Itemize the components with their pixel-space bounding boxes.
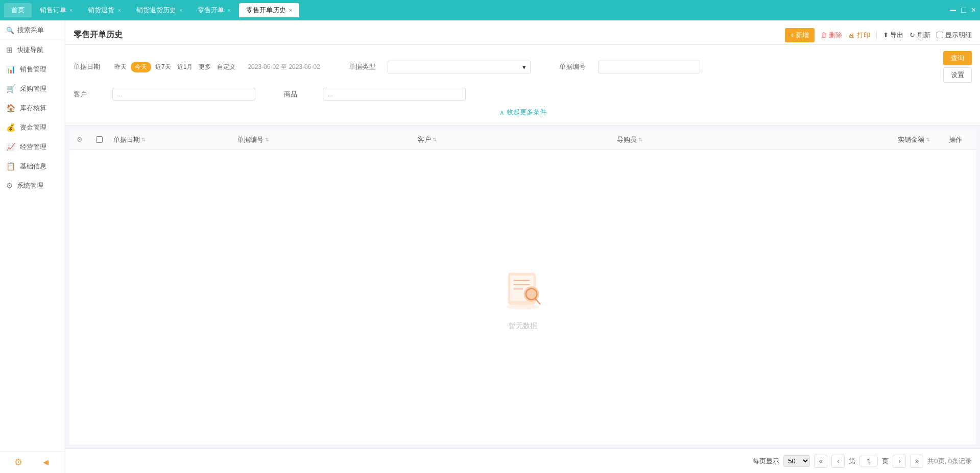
refresh-button[interactable]: ↻ 刷新	[910, 31, 930, 40]
sidebar-item-basic-info[interactable]: 📋 基础信息	[0, 157, 65, 176]
table-settings-icon[interactable]: ⚙	[77, 136, 83, 143]
sidebar-search-label: 搜索采单	[17, 26, 44, 35]
cart-icon: 🛒	[6, 84, 16, 93]
close-button[interactable]: ×	[971, 6, 976, 15]
sidebar-item-finance[interactable]: 💰 资金管理	[0, 118, 65, 137]
customer-placeholder: ...	[117, 90, 123, 98]
th-customer[interactable]: 客户 ⇅	[413, 135, 612, 144]
maximize-button[interactable]: □	[961, 6, 966, 15]
next-page-button[interactable]: ›	[893, 455, 906, 468]
tab-retail-open-history[interactable]: 零售开单历史 ×	[239, 3, 299, 17]
tab-sales-order-label: 销售订单	[40, 6, 66, 15]
close-icon[interactable]: ×	[117, 7, 121, 13]
page-label-before: 第	[849, 457, 855, 466]
date-btn-more[interactable]: 更多	[197, 62, 213, 72]
print-button[interactable]: 🖨 打印	[848, 31, 870, 40]
page-number-input[interactable]	[859, 456, 878, 466]
home-icon: 🏠	[6, 104, 16, 113]
sort-icon: ⇅	[265, 137, 269, 142]
th-action-label: 操作	[949, 135, 962, 144]
sidebar-item-operation-label: 经营管理	[20, 142, 46, 152]
date-range-display: 2023-06-02 至 2023-06-02	[248, 63, 320, 71]
th-number-label: 单据编号	[237, 135, 264, 144]
settings-icon-btn[interactable]: ⚙	[14, 457, 22, 468]
close-icon[interactable]: ×	[227, 7, 230, 13]
window-controls: ─ □ ×	[950, 6, 976, 15]
filter-row-customer: 客户 ... 商品 ...	[74, 88, 972, 101]
export-button[interactable]: ⬆ 导出	[883, 31, 904, 40]
top-tab-bar: 首页 销售订单 × 销货退货 × 销货退货历史 × 零售开单 × 零售开单历史 …	[0, 0, 980, 20]
total-info: 共0页, 0条记录	[927, 457, 972, 466]
per-page-select[interactable]: 10 20 50 100	[783, 455, 810, 467]
toolbar: + 新增 🗑 删除 🖨 打印 ⬆ 导出 ↻ 刷新 显示明细	[785, 28, 972, 42]
th-number[interactable]: 单据编号 ⇅	[232, 135, 412, 144]
tab-home-label: 首页	[11, 6, 25, 15]
th-amount[interactable]: 实销金额 ⇅	[830, 135, 935, 144]
gear-icon: ⚙	[6, 181, 13, 190]
th-settings[interactable]: ⚙	[69, 136, 90, 143]
chevron-down-icon: ▾	[522, 63, 526, 71]
tab-home[interactable]: 首页	[4, 3, 32, 17]
date-btn-1month[interactable]: 近1月	[175, 62, 195, 72]
date-btn-custom[interactable]: 自定义	[215, 62, 237, 72]
sidebar-item-quick-nav-label: 快捷导航	[17, 45, 43, 55]
product-filter-label: 商品	[284, 90, 315, 99]
date-btn-7days[interactable]: 近7天	[153, 62, 173, 72]
sidebar-bottom: ⚙ ◄	[0, 451, 65, 473]
th-date[interactable]: 单据日期 ⇅	[108, 135, 232, 144]
show-detail-checkbox[interactable]: 显示明细	[937, 31, 972, 40]
grid-icon: ⊞	[6, 45, 13, 55]
date-btn-today[interactable]: 今天	[131, 62, 151, 72]
empty-text: 暂无数据	[509, 321, 537, 331]
sort-icon: ⇅	[141, 137, 146, 142]
th-guide-label: 导购员	[617, 135, 637, 144]
tab-sales-return[interactable]: 销货退货 ×	[81, 3, 128, 17]
last-page-button[interactable]: »	[910, 455, 923, 468]
collapse-sidebar-button[interactable]: ◄	[41, 457, 51, 468]
prev-page-button[interactable]: ‹	[831, 455, 845, 468]
product-select[interactable]: ...	[323, 88, 466, 101]
tab-sales-order[interactable]: 销售订单 ×	[33, 3, 80, 17]
content-header: 零售开单历史 + 新增 🗑 删除 🖨 打印 ⬆ 导出 ↻ 刷新 显示明细	[65, 20, 980, 45]
close-icon[interactable]: ×	[69, 7, 73, 13]
minimize-button[interactable]: ─	[950, 6, 956, 15]
close-icon[interactable]: ×	[179, 7, 182, 13]
query-button[interactable]: 查询	[943, 51, 972, 65]
date-btn-yesterday[interactable]: 昨天	[112, 62, 129, 72]
show-detail-input[interactable]	[937, 32, 943, 38]
doc-type-select[interactable]: ▾	[388, 61, 531, 73]
th-checkbox[interactable]	[90, 136, 108, 143]
doc-num-input[interactable]	[598, 61, 700, 73]
tab-retail-open-label: 零售开单	[198, 6, 224, 15]
money-icon: 💰	[6, 123, 16, 132]
sidebar-item-purchase-mgmt[interactable]: 🛒 采购管理	[0, 79, 65, 98]
delete-button[interactable]: 🗑 删除	[821, 31, 843, 40]
first-page-button[interactable]: «	[814, 455, 827, 468]
th-action: 操作	[935, 135, 976, 144]
tab-sales-return-history[interactable]: 销货退货历史 ×	[129, 3, 189, 17]
sidebar-item-quick-nav[interactable]: ⊞ 快捷导航	[0, 40, 65, 60]
date-filter-label: 单据日期	[74, 62, 104, 71]
tab-retail-open[interactable]: 零售开单 ×	[190, 3, 237, 17]
sidebar-item-inventory[interactable]: 🏠 库存核算	[0, 98, 65, 118]
collapse-more-label: 收起更多条件	[507, 108, 546, 117]
add-button[interactable]: + 新增	[785, 28, 814, 42]
sidebar-item-system-mgmt[interactable]: ⚙ 系统管理	[0, 176, 65, 195]
close-icon[interactable]: ×	[289, 7, 292, 13]
empty-state: 暂无数据	[69, 150, 976, 444]
sidebar-item-finance-label: 资金管理	[20, 123, 46, 132]
pagination: 每页显示 10 20 50 100 « ‹ 第 页 › » 共0页, 0条记录	[65, 449, 980, 473]
th-guide[interactable]: 导购员 ⇅	[612, 135, 735, 144]
sort-icon: ⇅	[926, 137, 930, 142]
customer-select[interactable]: ...	[112, 88, 255, 101]
sidebar-search[interactable]: 🔍 搜索采单	[0, 20, 65, 40]
sidebar-item-operation[interactable]: 📈 经营管理	[0, 137, 65, 157]
th-customer-label: 客户	[418, 135, 431, 144]
sidebar: 🔍 搜索采单 ⊞ 快捷导航 📊 销售管理 🛒 采购管理 🏠 库存核算 💰 资金管…	[0, 20, 65, 473]
sidebar-item-sales-mgmt[interactable]: 📊 销售管理	[0, 60, 65, 79]
sidebar-item-system-mgmt-label: 系统管理	[17, 181, 43, 190]
collapse-more-button[interactable]: ∧ 收起更多条件	[74, 106, 972, 119]
select-all-checkbox[interactable]	[96, 136, 103, 143]
sort-icon: ⇅	[638, 137, 642, 142]
settings-button[interactable]: 设置	[943, 67, 972, 83]
